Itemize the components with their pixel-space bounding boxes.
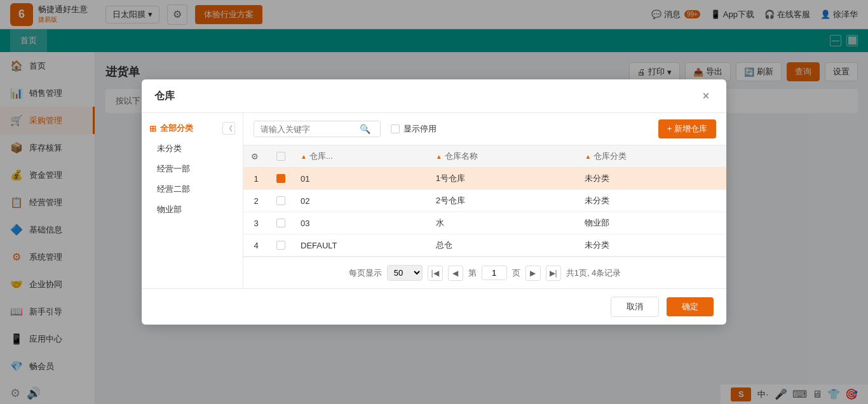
search-icon[interactable]: 🔍 <box>360 124 370 134</box>
row-category: 未分类 <box>577 234 726 257</box>
row-category: 未分类 <box>577 190 726 212</box>
row-checkbox[interactable] <box>276 241 285 250</box>
row-name: 总仓 <box>428 234 578 257</box>
chevron-left-icon: 《 <box>226 124 233 133</box>
modal-footer: 取消 确定 <box>142 288 726 325</box>
table-row[interactable]: 4 DEFAULT 总仓 未分类 <box>243 234 726 257</box>
per-page-label: 每页显示 <box>349 267 382 279</box>
category-item-uncategorized[interactable]: 未分类 <box>142 138 243 159</box>
page-input[interactable] <box>482 266 507 280</box>
category-item-dept2[interactable]: 经营二部 <box>142 179 243 199</box>
show-disabled-toggle[interactable]: 显示停用 <box>391 123 437 135</box>
row-category: 未分类 <box>577 168 726 190</box>
total-label: 共1页, 4条记录 <box>566 267 621 279</box>
table-row[interactable]: 2 02 2号仓库 未分类 <box>243 190 726 212</box>
row-code: DEFAULT <box>293 234 428 257</box>
all-category-button[interactable]: ⊞ 全部分类 <box>149 123 193 134</box>
warehouse-modal: 仓库 × ⊞ 全部分类 《 未分类 <box>142 79 726 325</box>
row-code: 01 <box>293 168 428 190</box>
row-code: 02 <box>293 190 428 212</box>
row-code: 03 <box>293 212 428 234</box>
page-last-button[interactable]: ▶| <box>546 266 561 281</box>
select-all-checkbox[interactable] <box>276 152 285 161</box>
page-word: 第 <box>468 267 477 279</box>
col-gear: ⚙ <box>243 145 269 168</box>
right-toolbar: 🔍 显示停用 + 新增仓库 <box>243 113 726 145</box>
search-box: 🔍 <box>254 121 381 137</box>
row-checkbox[interactable] <box>276 219 285 227</box>
table-row[interactable]: 3 03 水 物业部 <box>243 212 726 234</box>
collapse-button[interactable]: 《 <box>222 122 235 135</box>
category-panel: ⊞ 全部分类 《 未分类 经营一部 经营二部 物业部 <box>142 113 243 288</box>
sort-icon: ▲ <box>301 153 307 160</box>
per-page-select[interactable]: 50 100 <box>387 265 423 281</box>
pagination: 每页显示 50 100 |◀ ◀ 第 页 ▶ ▶| 共1页, 4条记录 <box>243 257 726 288</box>
row-index: 2 <box>243 190 269 212</box>
page-first-button[interactable]: |◀ <box>428 266 443 281</box>
row-index: 1 <box>243 168 269 190</box>
modal-close-button[interactable]: × <box>698 88 714 104</box>
all-category-label: 全部分类 <box>160 123 193 134</box>
row-name: 水 <box>428 212 578 234</box>
confirm-button[interactable]: 确定 <box>667 297 714 316</box>
category-item-dept1[interactable]: 经营一部 <box>142 159 243 179</box>
row-checkbox[interactable] <box>276 174 285 183</box>
row-index: 3 <box>243 212 269 234</box>
row-name: 2号仓库 <box>428 190 578 212</box>
col-name: ▲ 仓库名称 <box>428 145 578 168</box>
add-warehouse-button[interactable]: + 新增仓库 <box>658 119 716 138</box>
warehouse-table: ⚙ ▲ 仓库... <box>243 145 726 257</box>
sort-cat-icon: ▲ <box>585 153 591 160</box>
col-gear-icon: ⚙ <box>251 152 259 161</box>
category-header: ⊞ 全部分类 《 <box>142 118 243 138</box>
sort-name-icon: ▲ <box>436 153 442 160</box>
row-category: 物业部 <box>577 212 726 234</box>
cancel-button[interactable]: 取消 <box>611 297 659 317</box>
modal-overlay: 仓库 × ⊞ 全部分类 《 未分类 <box>0 0 868 404</box>
col-category: ▲ 仓库分类 <box>577 145 726 168</box>
show-disabled-label: 显示停用 <box>403 123 437 135</box>
page-prev-button[interactable]: ◀ <box>448 266 463 281</box>
category-item-property[interactable]: 物业部 <box>142 199 243 220</box>
show-disabled-checkbox[interactable] <box>391 125 400 133</box>
col-checkbox <box>269 145 293 168</box>
right-panel: 🔍 显示停用 + 新增仓库 <box>243 113 726 288</box>
table-row[interactable]: 1 01 1号仓库 未分类 <box>243 168 726 190</box>
row-checkbox[interactable] <box>276 196 285 205</box>
page-unit: 页 <box>512 267 520 279</box>
modal-title: 仓库 <box>154 90 175 103</box>
modal-header: 仓库 × <box>142 79 726 113</box>
row-index: 4 <box>243 234 269 257</box>
modal-body: ⊞ 全部分类 《 未分类 经营一部 经营二部 物业部 <box>142 113 726 288</box>
search-input[interactable] <box>261 125 356 134</box>
page-next-button[interactable]: ▶ <box>526 266 541 281</box>
col-code: ▲ 仓库... <box>293 145 428 168</box>
close-icon: × <box>703 90 710 103</box>
row-name: 1号仓库 <box>428 168 578 190</box>
grid-icon: ⊞ <box>149 124 156 133</box>
